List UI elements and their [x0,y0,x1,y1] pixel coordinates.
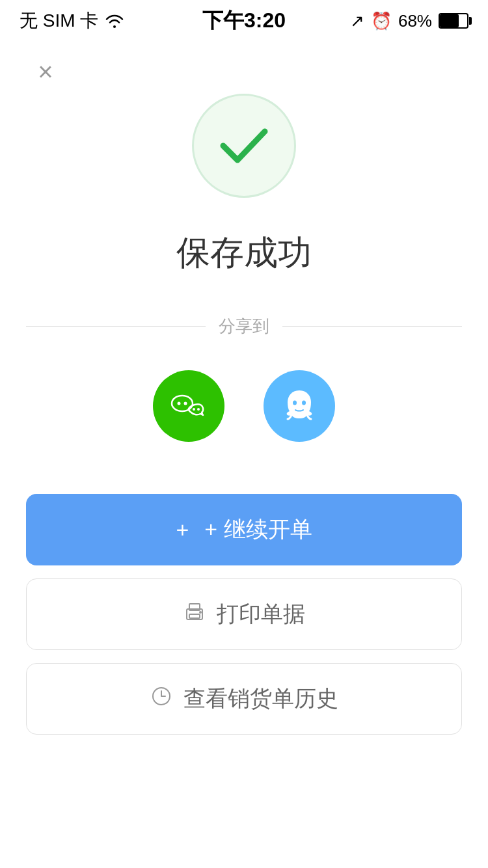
continue-label: + 继续开单 [204,515,312,545]
print-icon [183,600,206,629]
status-right: ↗ ⏰ 68% [350,11,468,31]
svg-point-3 [193,408,195,411]
history-button[interactable]: 查看销货单历史 [26,663,462,735]
svg-point-2 [184,402,187,405]
status-bar: 无 SIM 卡 下午3:20 ↗ ⏰ 68% [0,0,488,42]
checkmark-icon [218,126,270,165]
share-section: 分享到 [0,315,488,494]
qq-icon [278,385,320,427]
history-label: 查看销货单历史 [183,684,338,714]
main-content: 保存成功 分享到 [0,42,488,735]
battery-percentage: 68% [398,11,432,31]
svg-point-6 [302,401,306,405]
divider-left [26,326,206,327]
location-icon: ↗ [350,11,364,31]
history-icon [150,685,173,713]
share-label: 分享到 [206,315,282,338]
plus-icon: + [176,517,189,543]
divider-right [282,326,462,327]
action-buttons: + + 继续开单 打印单据 查看销货单历 [0,494,488,735]
status-time: 下午3:20 [202,7,286,35]
share-qq-button[interactable] [264,370,335,442]
share-wechat-button[interactable] [153,370,224,442]
continue-button[interactable]: + + 继续开单 [26,494,462,565]
share-divider: 分享到 [26,315,462,338]
svg-point-5 [293,401,297,405]
carrier-label: 无 SIM 卡 [20,8,98,33]
close-icon: × [38,59,53,85]
print-button[interactable]: 打印单据 [26,578,462,650]
success-circle [192,94,296,198]
print-label: 打印单据 [217,599,305,629]
svg-point-10 [199,611,202,614]
close-button[interactable]: × [26,52,65,91]
status-left: 无 SIM 卡 [20,8,124,33]
wifi-icon [105,14,124,28]
alarm-icon: ⏰ [371,11,392,31]
svg-rect-9 [189,614,200,618]
svg-point-4 [197,408,200,411]
svg-point-1 [178,402,181,405]
battery-icon [439,13,468,29]
success-title: 保存成功 [176,230,312,276]
wechat-icon [168,385,210,427]
share-buttons [26,370,462,442]
